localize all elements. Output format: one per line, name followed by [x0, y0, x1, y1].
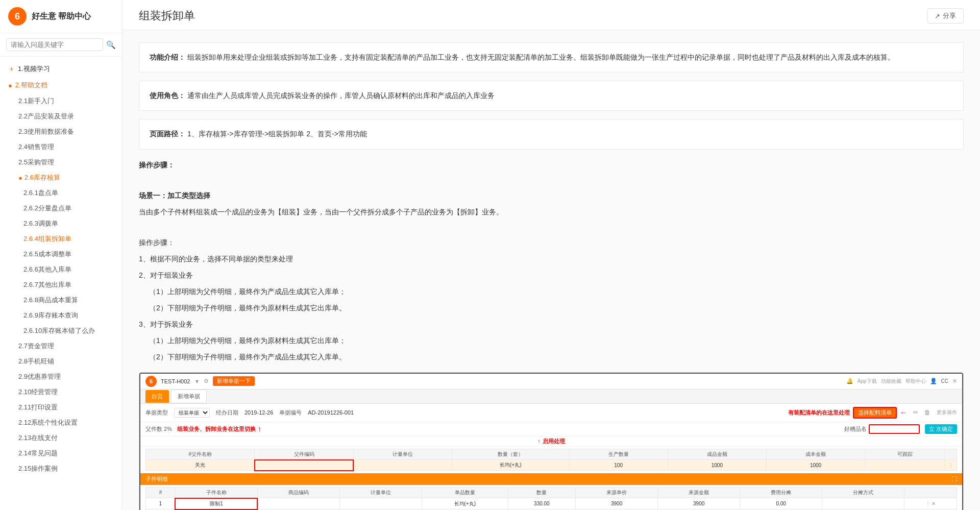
sidebar-item-help-docs[interactable]: ● 2.帮助文档	[0, 77, 122, 93]
enable-annotation: ↑ 启用处理	[537, 438, 565, 445]
form-header: 单据类型 组装单据 拆卸单据 经办日期 2019-12-26 单据编号 AD-2…	[140, 404, 962, 422]
col-parent-qty2: 生产数量	[569, 449, 668, 460]
main-area: 组装拆卸单 ↗ 分享 功能介绍： 组装拆卸单用来处理企业组装或拆卸等加工业务，支…	[122, 0, 980, 510]
sidebar-item-ledger-query[interactable]: 2.6.9库存账本查询	[15, 308, 122, 323]
child-section-header: 子件明细 ⛶	[140, 473, 962, 485]
parent-qty1: 长均(+丸)	[452, 460, 569, 471]
app-logo-icon: 6	[8, 7, 27, 26]
form-type-select[interactable]: 组装单据 拆卸单据	[174, 408, 210, 418]
intro-label: 功能介绍：	[150, 53, 185, 61]
delete-icon: 🗑	[924, 409, 930, 416]
sidebar-item-stock[interactable]: ● 2.6库存核算	[10, 170, 122, 185]
app-tab-active[interactable]: 自贡	[145, 390, 169, 403]
path-text: 1、库存核算->库存管理->组装拆卸单 2、首页->常用功能	[187, 130, 367, 138]
annotation2-area: 组装业务、拆卸业务在这里切换 ↑	[177, 425, 261, 433]
role-text: 通常由生产人员或库管人员完成拆装业务的操作，库管人员确认原材料的出库和产成品的入…	[187, 91, 495, 100]
app-screenshot: 6 TEST-H002 ▼ ⚙ 新增单据一下 🔔 App下载 功能收藏 帮助中心…	[139, 373, 963, 510]
steps-label: 操作步骤：	[139, 161, 175, 169]
parent-qty2: 100	[569, 460, 668, 471]
parent-table: #父件名称 父件编码 计量单位 数量（套） 生产数量 成品金额 成本金额 可跟踪	[145, 449, 957, 471]
sidebar-item-partial-stocktake[interactable]: 2.6.2分量盘点单	[15, 201, 122, 216]
sidebar-item-other-in[interactable]: 2.6.6其他入库单	[15, 262, 122, 277]
more-btn[interactable]: 更多操作	[937, 409, 957, 416]
parent-table-section: #父件名称 父件编码 计量单位 数量（套） 生产数量 成品金额 成本金额 可跟踪	[140, 447, 962, 473]
plus-icon: ＋	[8, 64, 15, 74]
sidebar-item-transfer[interactable]: 2.6.3调拨单	[15, 216, 122, 231]
arrow-icon: ←	[900, 408, 907, 417]
page-title: 组装拆卸单	[139, 8, 195, 23]
annotation2-label: 组装业务、拆卸业务在这里切换	[177, 425, 256, 433]
app-tab-new[interactable]: 新增单据	[171, 390, 207, 403]
app-icon-3: 功能收藏	[881, 378, 901, 385]
sidebar-item-video[interactable]: ＋ 1.视频学习	[0, 61, 122, 77]
app-icon-4: 帮助中心	[905, 378, 926, 385]
app-tabbar: 自贡 新增单据	[140, 390, 962, 404]
sidebar-item-purchase[interactable]: 2.5采购管理	[10, 155, 122, 170]
sidebar-item-cost-adjust[interactable]: 2.6.5成本调整单	[15, 247, 122, 262]
sidebar-item-other-out[interactable]: 2.6.7其他出库单	[15, 277, 122, 293]
app-id: TEST-H002	[161, 378, 190, 384]
search-input[interactable]	[6, 38, 103, 51]
bell-icon: 🔔	[846, 378, 853, 384]
date-value: 2019-12-26	[244, 409, 273, 416]
path-block: 页面路径： 1、库存核算->库存管理->组装拆卸单 2、首页->常用功能	[139, 119, 964, 149]
app-settings-icon: ⚙	[204, 378, 209, 384]
expand-icon[interactable]: ⛶	[951, 476, 957, 482]
col-parent-name: #父件名称	[146, 449, 255, 460]
share-button[interactable]: ↗ 分享	[927, 8, 964, 23]
no-value: AD-20191226-001	[308, 409, 354, 416]
col-src-amt: 来源金额	[658, 487, 740, 498]
annotation3-arrow: ↑	[537, 438, 541, 444]
col-parent-amt1: 成品金额	[668, 449, 766, 460]
app-topbar: 6 TEST-H002 ▼ ⚙ 新增单据一下 🔔 App下载 功能收藏 帮助中心…	[140, 374, 962, 390]
col-child-actions	[904, 487, 957, 498]
count-label: 父件数 2%	[145, 425, 172, 433]
sidebar-item-ledger-fix[interactable]: 2.6.10库存账本错了么办	[15, 323, 122, 338]
annotation1-area: 有装配清单的在这里处理 选择配料清单 ←	[788, 407, 907, 419]
child-table-section: # 子件名称 商品编码 计量单位 单品数量 数量 来源单价 来源金额 费用分摊 …	[140, 485, 962, 510]
sidebar-item-cases[interactable]: 2.15操作案例	[10, 461, 122, 476]
minus-icon: ●	[8, 82, 12, 89]
sidebar-item-install[interactable]: 2.2产品安装及登录	[10, 109, 122, 124]
search-icon[interactable]: 🔍	[106, 40, 116, 50]
sidebar-item-data-prep[interactable]: 2.3使用前数据准备	[10, 124, 122, 139]
search-bar[interactable]: 🔍	[0, 33, 122, 57]
parent-amt2: 1000	[766, 460, 865, 471]
sidebar-item-ops[interactable]: 2.10经营管理	[10, 384, 122, 400]
sidebar-item-cost-recalc[interactable]: 2.6.8商品成本重算	[15, 293, 122, 308]
main-header: 组装拆卸单 ↗ 分享	[122, 0, 980, 30]
no-label: 单据编号	[279, 409, 302, 417]
step-2a: （1）上部明细为父件明细，最终作为产成品生成其它入库单；	[139, 284, 964, 299]
app-logo-text: 好生意 帮助中心	[32, 11, 91, 22]
sidebar-item-sales[interactable]: 2.4销售管理	[10, 139, 122, 155]
form-type-label: 单据类型	[145, 409, 168, 417]
sidebar-item-newbie[interactable]: 2.1新手入门	[10, 93, 122, 109]
sidebar: 6 好生意 帮助中心 🔍 ＋ 1.视频学习 ● 2.帮助文档 2.1新手入门 2…	[0, 0, 122, 510]
confirm-btn[interactable]: 立 次确定	[925, 424, 957, 434]
col-no: #	[146, 487, 176, 498]
new-record-btn[interactable]: 新增单据一下	[213, 376, 255, 386]
sidebar-item-coupon[interactable]: 2.9优惠券管理	[10, 369, 122, 384]
col-split-method: 分摊方式	[822, 487, 904, 498]
close-icon[interactable]: ✕	[952, 378, 957, 384]
sidebar-item-assembly[interactable]: 2.6.4组装拆卸单	[15, 231, 122, 247]
sidebar-item-finance[interactable]: 2.7资金管理	[10, 338, 122, 354]
sidebar-item-print[interactable]: 2.11打印设置	[10, 400, 122, 415]
sidebar-item-personalize[interactable]: 2.12系统个性化设置	[10, 415, 122, 430]
child-row-1: 1 限制1 长均(+丸) 330.00 3900 3900 0.00 ⋮	[146, 498, 957, 509]
sidebar-item-stocktake[interactable]: 2.6.1盘点单	[15, 185, 122, 201]
step-3: 3、对于拆装业务	[139, 317, 964, 331]
child-section-label: 子件明细	[145, 475, 168, 483]
sidebar-item-mobile[interactable]: 2.8手机旺铺	[10, 354, 122, 369]
parent-track	[865, 460, 945, 471]
step-3b: （2）下部明细为子件明细，最终作为产成品生成其它入库单。	[139, 350, 964, 364]
sidebar-item-payment[interactable]: 2.13在线支付	[10, 430, 122, 446]
sidebar-item-faq[interactable]: 2.14常见问题	[10, 446, 122, 461]
col-total-qty: 数量	[508, 487, 575, 498]
nav-group-2: ● 2.帮助文档 2.1新手入门 2.2产品安装及登录 2.3使用前数据准备 2…	[0, 77, 122, 476]
annotation3-area: ↑ 启用处理	[140, 436, 962, 447]
col-parent-track: 可跟踪	[865, 449, 945, 460]
parent-unit	[353, 460, 452, 471]
goods-input[interactable]	[869, 424, 920, 434]
select-bom-btn[interactable]: 选择配料清单	[853, 407, 897, 419]
